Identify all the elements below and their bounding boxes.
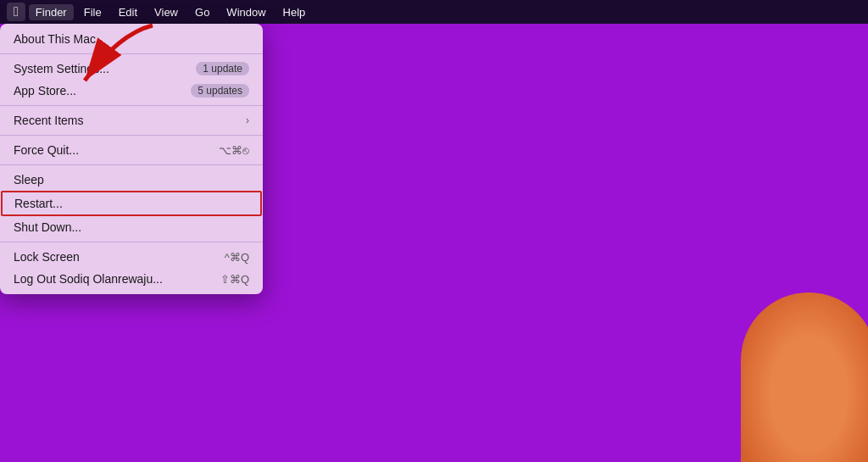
force-quit-shortcut: ⌥⌘⎋ (219, 144, 249, 157)
menu-item-force-quit[interactable]: Force Quit... ⌥⌘⎋ (0, 139, 263, 161)
menubar-help[interactable]: Help (276, 4, 313, 20)
menu-separator-4 (0, 164, 263, 165)
menu-item-recent-items[interactable]: Recent Items › (0, 109, 263, 131)
menubar-edit[interactable]: Edit (112, 4, 144, 20)
menu-item-about-label: About This Mac (14, 32, 96, 46)
menu-item-force-quit-label: Force Quit... (14, 143, 79, 157)
menu-item-lock-screen[interactable]: Lock Screen ^⌘Q (0, 246, 263, 268)
menu-separator-2 (0, 105, 263, 106)
menu-item-restart-label: Restart... (14, 197, 63, 210)
menu-item-app-store-label: App Store... (14, 84, 76, 97)
menubar-file[interactable]: File (77, 4, 108, 20)
menu-item-shut-down[interactable]: Shut Down... (0, 216, 263, 238)
system-settings-badge: 1 update (196, 62, 249, 75)
desktop-figure-shape (741, 292, 868, 462)
app-store-badge: 5 updates (191, 84, 249, 97)
menu-separator-5 (0, 242, 263, 242)
menu-item-restart[interactable]: Restart... (1, 191, 262, 216)
menu-item-sleep[interactable]: Sleep (0, 169, 263, 191)
menu-separator-3 (0, 135, 263, 136)
menu-item-about[interactable]: About This Mac (0, 28, 263, 50)
menu-item-system-settings[interactable]: System Settings... 1 update (0, 58, 263, 80)
menu-item-recent-items-label: Recent Items (14, 114, 83, 127)
menubar-finder[interactable]: Finder (29, 4, 74, 20)
menubar:  Finder File Edit View Go Window Help (0, 0, 868, 24)
menu-item-shut-down-label: Shut Down... (14, 220, 81, 234)
menu-item-lock-screen-label: Lock Screen (14, 250, 80, 264)
apple-dropdown-menu: About This Mac System Settings... 1 upda… (0, 24, 263, 294)
menu-item-log-out[interactable]: Log Out Sodiq Olanrewaju... ⇧⌘Q (0, 268, 263, 290)
apple-menu-button[interactable]:  (7, 3, 25, 21)
recent-items-arrow-icon: › (246, 114, 249, 126)
menubar-window[interactable]: Window (220, 4, 272, 20)
lock-screen-shortcut: ^⌘Q (225, 251, 249, 264)
menu-separator-1 (0, 53, 263, 54)
menu-item-app-store[interactable]: App Store... 5 updates (0, 80, 263, 102)
menu-item-sleep-label: Sleep (14, 173, 44, 186)
log-out-shortcut: ⇧⌘Q (220, 273, 249, 286)
menu-item-system-settings-label: System Settings... (14, 62, 109, 75)
menu-item-log-out-label: Log Out Sodiq Olanrewaju... (14, 272, 163, 286)
desktop-decoration (715, 292, 868, 462)
menubar-view[interactable]: View (147, 4, 185, 20)
menubar-go[interactable]: Go (188, 4, 216, 20)
